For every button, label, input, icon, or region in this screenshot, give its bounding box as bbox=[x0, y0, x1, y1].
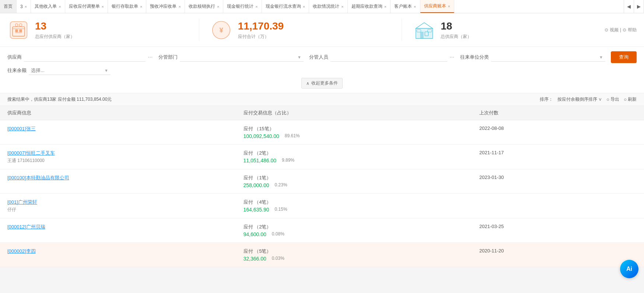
collapse-button[interactable]: ∧ 收起更多条件 bbox=[301, 78, 343, 89]
unit-class-filter-input[interactable] bbox=[493, 54, 599, 60]
table-row: [000100]本特勤油品有限公司 应付 （1笔） 258,000.00 0.2… bbox=[0, 169, 644, 194]
percent-2: 9.89% bbox=[282, 158, 294, 163]
nav-tab-overdue-close[interactable]: × bbox=[384, 4, 386, 9]
export-button[interactable]: ○ 导出 bbox=[606, 96, 619, 103]
table-row: [000007]恒旺二手叉车 王通 17106110000 应付 （2笔） 11… bbox=[0, 145, 644, 169]
supplier-filter-input[interactable] bbox=[24, 53, 146, 62]
transaction-row-4: 164,635.90 0.15% bbox=[244, 206, 480, 213]
amount-2[interactable]: 11,051,486.00 bbox=[244, 158, 277, 163]
nav-tab-supplier-ledger-label: 供应商账本 bbox=[424, 3, 446, 9]
lastpay-5: 2021-03-25 bbox=[479, 224, 637, 229]
supplier-link-6[interactable]: [000002]李四 bbox=[7, 248, 36, 254]
nav-tab-cashbank-flow[interactable]: 现金银行流水查询 × bbox=[262, 0, 309, 13]
pay-label-2: 应付 （2笔） bbox=[244, 150, 480, 156]
supplier-info-6: [000002]李四 bbox=[7, 248, 244, 255]
pay-label-6: 应付 （5笔） bbox=[244, 248, 480, 255]
transaction-row-5: 94,600.00 0.08% bbox=[244, 230, 480, 237]
lastpay-date-5: 2021-03-25 bbox=[479, 224, 504, 229]
help-icon: ⊙ bbox=[623, 27, 626, 32]
video-link[interactable]: 视频 bbox=[610, 27, 619, 33]
supplier-info-5: [000012]广州贝瑞 bbox=[7, 224, 244, 230]
amount-3[interactable]: 258,000.00 bbox=[244, 182, 269, 188]
transaction-info-1: 应付 （15笔） 100,092,540.00 89.61% bbox=[244, 125, 480, 139]
table-row: [000012]广州贝瑞 应付 （2笔） 94,600.00 0.08% 202… bbox=[0, 218, 644, 243]
nav-tab-bank-close[interactable]: × bbox=[140, 4, 142, 9]
nav-tab-cashbank-stat[interactable]: 现金银行统计 × bbox=[223, 0, 262, 13]
transaction-row-6: 32,366.00 0.03% bbox=[244, 255, 480, 262]
supplier-link-3[interactable]: [000100]本特勤油品有限公司 bbox=[7, 175, 69, 180]
unit-class-chevron-icon: ▼ bbox=[599, 55, 603, 59]
percent-1: 89.61% bbox=[285, 133, 300, 138]
nav-tab-3[interactable]: 3 × bbox=[17, 0, 31, 13]
amount-5[interactable]: 94,600.00 bbox=[244, 231, 266, 237]
nav-tab-customer-ledger-close[interactable]: × bbox=[414, 4, 416, 9]
query-button[interactable]: 查询 bbox=[611, 51, 637, 63]
sort-value-text: 按应付余额倒序排序 bbox=[557, 97, 597, 102]
amount-6[interactable]: 32,366.00 bbox=[244, 256, 266, 262]
sort-value[interactable]: 按应付余额倒序排序 ∨ bbox=[557, 96, 602, 103]
nav-tab-adjustment-label: 应收应付调整单 bbox=[69, 3, 100, 10]
nav-tab-collection-stat[interactable]: 收款情况统计 × bbox=[309, 0, 347, 13]
amount-1[interactable]: 100,092,540.00 bbox=[244, 133, 279, 139]
svg-rect-10 bbox=[416, 28, 433, 38]
nav-tab-3-label: 3 bbox=[20, 4, 23, 9]
nav-tab-home-label: 首页 bbox=[4, 3, 13, 10]
balance-filter-select[interactable]: ▼ bbox=[29, 66, 111, 75]
nav-tab-collection[interactable]: 收款核销执行 × bbox=[185, 0, 223, 13]
balance-filter-label: 往来余额 bbox=[7, 67, 27, 74]
nav-next-arrow[interactable]: ▶ bbox=[634, 0, 644, 13]
transaction-info-3: 应付 （1笔） 258,000.00 0.23% bbox=[244, 175, 480, 188]
nav-tab-customer-ledger[interactable]: 客户账本 × bbox=[391, 0, 420, 13]
summary-area: 13 总应付供应商（家） ¥ 11,170.39 应付合计（万） bbox=[0, 13, 644, 47]
lastpay-6: 2020-11-20 bbox=[479, 248, 637, 254]
refresh-button[interactable]: ○ 刷新 bbox=[624, 96, 637, 103]
nav-tab-collection-close[interactable]: × bbox=[217, 4, 219, 9]
supplier-link-5[interactable]: [000012]广州贝瑞 bbox=[7, 224, 45, 230]
result-bar-actions: 排序： 按应付余额倒序排序 ∨ ○ 导出 ○ 刷新 bbox=[540, 96, 637, 103]
nav-tab-cashbank-flow-close[interactable]: × bbox=[303, 4, 305, 9]
summary-card-payable-suppliers: 13 总应付供应商（家） bbox=[7, 19, 199, 41]
dept-filter-select[interactable]: ▼ bbox=[180, 53, 304, 62]
filter-unit-class: 往来单位分类 ▼ bbox=[460, 53, 606, 62]
supplier-link-2[interactable]: [000007]恒旺二手叉车 bbox=[7, 150, 55, 156]
nav-tab-supplier-ledger[interactable]: 供应商账本 × bbox=[420, 0, 454, 13]
supplier-filter-dots[interactable]: ··· bbox=[148, 54, 153, 61]
supplier-link-4[interactable]: [001]广州荣轩 bbox=[7, 199, 37, 205]
nav-tab-home[interactable]: 首页 bbox=[0, 0, 17, 13]
separator: | bbox=[620, 27, 621, 32]
balance-filter-input[interactable] bbox=[31, 68, 104, 73]
nav-tab-other-income-close[interactable]: × bbox=[59, 4, 61, 9]
nav-tab-overdue[interactable]: 超期应收款查询 × bbox=[348, 0, 391, 13]
export-label: 导出 bbox=[610, 96, 619, 103]
lastpay-3: 2023-01-30 bbox=[479, 175, 637, 180]
person-filter-dots[interactable]: ··· bbox=[449, 54, 454, 61]
nav-tab-supplier-ledger-close[interactable]: × bbox=[448, 4, 450, 8]
supplier-filter-label: 供应商 bbox=[7, 54, 22, 61]
refresh-label: 刷新 bbox=[628, 96, 637, 103]
nav-tab-advance-close[interactable]: × bbox=[178, 4, 181, 9]
nav-tab-advance[interactable]: 预收冲应收单 × bbox=[146, 0, 185, 13]
nav-tab-3-close[interactable]: × bbox=[25, 4, 27, 9]
percent-6: 0.03% bbox=[272, 256, 284, 261]
unit-class-filter-select[interactable]: ▼ bbox=[491, 53, 606, 62]
nav-tab-overdue-label: 超期应收款查询 bbox=[351, 3, 382, 10]
help-link[interactable]: 帮助 bbox=[628, 27, 637, 33]
result-bar: 搜索结果中，供应商13家 应付金额 111,703,854.00元 排序： 按应… bbox=[0, 93, 644, 106]
video-icon: ⊙ bbox=[605, 27, 608, 32]
person-filter-input[interactable] bbox=[330, 53, 447, 62]
summary-content-total: 18 总供应商（家） bbox=[441, 20, 472, 40]
nav-tab-cashbank-stat-close[interactable]: × bbox=[255, 4, 258, 9]
dept-filter-input[interactable] bbox=[182, 54, 298, 60]
amount-4[interactable]: 164,635.90 bbox=[244, 207, 269, 213]
supplier-link-1[interactable]: [000001]张三 bbox=[7, 126, 36, 131]
nav-tab-bank[interactable]: 银行存取款单 × bbox=[108, 0, 146, 13]
pay-label-5: 应付 （2笔） bbox=[244, 224, 480, 230]
nav-tab-other-income[interactable]: 其他收入单 × bbox=[31, 0, 65, 13]
nav-tab-adjustment-close[interactable]: × bbox=[102, 4, 104, 9]
nav-tab-collection-stat-close[interactable]: × bbox=[341, 4, 343, 9]
nav-tab-adjustment[interactable]: 应收应付调整单 × bbox=[65, 0, 108, 13]
nav-prev-arrow[interactable]: ◀ bbox=[624, 0, 634, 13]
supplier-sub-2: 王通 17106110000 bbox=[7, 158, 244, 164]
payable-suppliers-label: 总应付供应商（家） bbox=[35, 34, 75, 40]
lastpay-date-2: 2021-11-17 bbox=[479, 150, 504, 155]
